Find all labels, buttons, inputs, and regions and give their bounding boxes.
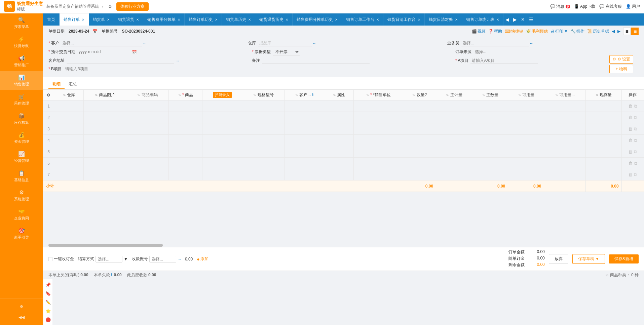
right-bookmark-icon[interactable]: 🔖 xyxy=(44,289,52,297)
row-spec[interactable] xyxy=(242,123,285,135)
tab-close-icon[interactable]: ✕ xyxy=(178,18,180,22)
tab-sales-invoice[interactable]: 销货单 ✕ xyxy=(89,13,114,26)
row-code[interactable] xyxy=(126,112,168,123)
discard-button[interactable]: 放弃 xyxy=(549,254,568,264)
row-warehouse[interactable] xyxy=(54,112,84,123)
row-warehouse[interactable] xyxy=(54,135,84,146)
save-new-button[interactable]: 保存&新增 xyxy=(609,254,639,263)
row-spec[interactable] xyxy=(242,112,285,123)
operate-action[interactable]: 🔧 操作 xyxy=(571,29,584,34)
row-customer-code[interactable] xyxy=(285,112,324,123)
calendar-icon[interactable]: 📅 xyxy=(92,29,98,34)
sidebar-collapse-button[interactable]: ◀◀ xyxy=(0,312,43,322)
copy-icon[interactable]: ⧉ xyxy=(634,104,637,109)
row-main-qty[interactable] xyxy=(472,112,508,123)
settings-button[interactable]: ⚙ ⚙ 设置 xyxy=(609,55,633,64)
row-code[interactable] xyxy=(126,123,168,135)
account-more-icon[interactable]: ··· xyxy=(178,257,181,261)
tab-return-history[interactable]: 销货退货历史 ✕ xyxy=(255,13,293,26)
row-attr[interactable] xyxy=(324,100,353,112)
order-source-input[interactable] xyxy=(473,49,541,55)
row-qty2[interactable] xyxy=(403,112,436,123)
sidebar-item-marketing[interactable]: 📢 营销推广 xyxy=(0,52,43,71)
salesperson-more-icon[interactable]: ··· xyxy=(529,41,535,46)
copy-icon[interactable]: ⧉ xyxy=(634,149,637,155)
a-project-input[interactable] xyxy=(470,57,538,64)
tab-prev-button[interactable]: ◀ xyxy=(503,17,511,22)
sidebar-item-collab[interactable]: 🤝 企业协同 xyxy=(0,205,43,224)
add-button[interactable]: ● 添加 xyxy=(197,256,208,262)
row-product[interactable] xyxy=(168,100,202,112)
tab-close-icon[interactable]: ✕ xyxy=(455,18,458,22)
tab-expense-history[interactable]: 销售费用分摊单历史 ✕ xyxy=(293,13,342,26)
app-download[interactable]: 📱 App下载 xyxy=(574,4,595,9)
payment-method-input[interactable] xyxy=(96,256,122,262)
sidebar-settings[interactable]: ⚙ xyxy=(0,301,43,312)
tab-reconciliation[interactable]: 钱货日清对账 ✕ xyxy=(425,13,462,26)
col-settings[interactable]: ⚙ xyxy=(43,90,54,100)
row-main-qty[interactable] xyxy=(472,123,508,135)
row-product[interactable] xyxy=(168,123,202,135)
expand-icon[interactable]: ▼ xyxy=(101,5,104,8)
col-available[interactable]: ⇅ 可用量 xyxy=(508,90,544,100)
history-action[interactable]: 📜 历史单据 xyxy=(587,29,609,34)
row-qty2[interactable] xyxy=(403,123,436,135)
right-pin-icon[interactable]: 📌 xyxy=(44,281,52,289)
row-customer-code[interactable] xyxy=(285,123,324,135)
tab-detail[interactable]: 明细 xyxy=(48,80,65,89)
row-code[interactable] xyxy=(126,100,168,112)
col-image[interactable]: ⇅ 商品图片 xyxy=(83,90,126,100)
tab-close-icon[interactable]: ✕ xyxy=(286,18,288,22)
copy-icon[interactable]: ⧉ xyxy=(634,172,637,177)
sidebar-item-operation[interactable]: 📈 经营管理 xyxy=(0,148,43,167)
sidebar-item-finance[interactable]: 💰 资金管理 xyxy=(0,128,43,148)
row-attr[interactable] xyxy=(324,112,353,123)
delete-icon[interactable]: 🗑 xyxy=(628,104,633,109)
col-available2[interactable]: ⇅ 可用量... xyxy=(544,90,585,100)
right-alert-icon[interactable]: 🔴 xyxy=(44,316,52,324)
sidebar-item-system[interactable]: ⚙ 系统管理 xyxy=(0,186,43,205)
customer-input[interactable] xyxy=(61,40,142,46)
tab-sales-return[interactable]: 销货退货 ✕ xyxy=(114,13,143,26)
scrollbar-thumb[interactable] xyxy=(48,244,163,247)
one-click-checkbox-label[interactable]: 一键收订金 xyxy=(48,256,74,262)
payment-dropdown-icon[interactable]: ▼ xyxy=(124,257,128,261)
sidebar-item-basic[interactable]: 📋 基础信息 xyxy=(0,167,43,186)
material-button[interactable]: + 物料 xyxy=(609,65,633,73)
col-spec[interactable]: ⇅ 规格型号 xyxy=(242,90,285,100)
delete-icon[interactable]: 🗑 xyxy=(628,172,633,177)
tab-sales-expense[interactable]: 销售费用分摊单 ✕ xyxy=(143,13,185,26)
list-view-button[interactable]: ☰ xyxy=(623,28,631,35)
sidebar-item-search[interactable]: 🔍 搜索菜单 xyxy=(0,13,43,33)
tab-home[interactable]: 首页 xyxy=(43,13,60,26)
col-qty2[interactable]: ⇅ 数量2 xyxy=(403,90,436,100)
view-action[interactable]: 🎬 视频 xyxy=(472,29,486,34)
warehouse-input[interactable] xyxy=(258,40,312,46)
col-main-qty[interactable]: ⇅ 主数量 xyxy=(472,90,508,100)
tab-daily-workbench[interactable]: 钱货日清工作台 ✕ xyxy=(383,13,425,26)
col-warehouse[interactable]: ⇅ 仓库 xyxy=(54,90,84,100)
tab-sales-order[interactable]: 销售订单 ✕ xyxy=(60,13,89,26)
col-current[interactable]: ⇅ 现存量 xyxy=(585,90,621,100)
settings-icon[interactable]: ⚙ xyxy=(106,3,114,11)
row-spec[interactable] xyxy=(242,100,285,112)
row-unit[interactable] xyxy=(353,112,403,123)
delivery-input[interactable] xyxy=(77,49,131,55)
info-icon[interactable]: ℹ xyxy=(111,273,113,277)
message-item[interactable]: 💬 消息 9 xyxy=(550,4,570,9)
copy-icon[interactable]: ⧉ xyxy=(634,126,637,132)
delete-icon[interactable]: 🗑 xyxy=(628,115,633,120)
row-unit[interactable] xyxy=(353,123,403,135)
sidebar-item-guide[interactable]: 🎯 新手引导 xyxy=(0,224,43,243)
sidebar-item-quicknav[interactable]: ⚡ 快捷导航 xyxy=(0,33,43,52)
row-attr[interactable] xyxy=(324,123,353,135)
row-qty2[interactable] xyxy=(403,100,436,112)
col-product[interactable]: ⇅ 商品 xyxy=(168,90,202,100)
copy-icon[interactable]: ⧉ xyxy=(634,115,637,120)
address-input[interactable] xyxy=(67,57,174,64)
online-service[interactable]: 💬 在线客服 xyxy=(599,4,621,9)
next-record-icon[interactable]: ▶ xyxy=(617,29,620,34)
row-main-qty[interactable] xyxy=(472,100,508,112)
col-main-unit[interactable]: ⇅ 主计量 xyxy=(436,90,472,100)
delete-icon[interactable]: 🗑 xyxy=(628,138,633,143)
